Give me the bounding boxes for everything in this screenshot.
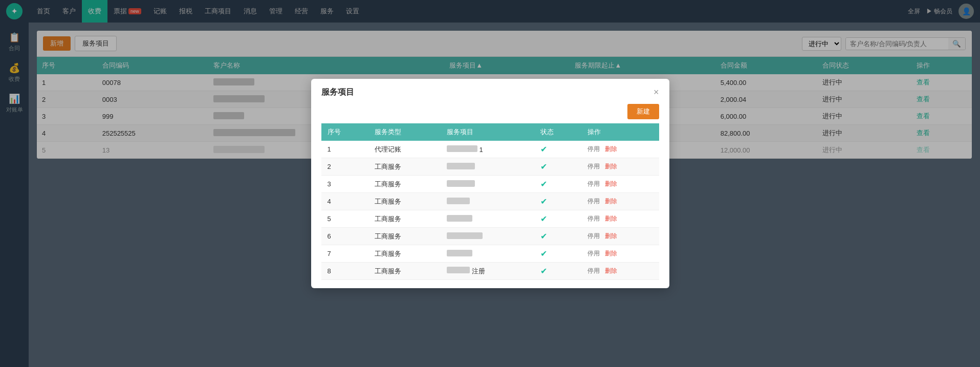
modal-cell-type: 工商服务 <box>368 263 441 280</box>
modal-cell-type: 工商服务 <box>368 158 441 176</box>
modal-cell-type: 代理记账 <box>368 141 441 158</box>
modal-table: 序号 服务类型 服务项目 状态 操作 1 代理记账 1 <box>321 123 659 280</box>
stop-button[interactable]: 停用 <box>587 163 600 170</box>
modal-cell-action: 停用 删除 <box>581 210 659 228</box>
modal-cell-seq: 2 <box>321 158 369 176</box>
stop-button[interactable]: 停用 <box>587 250 600 257</box>
modal-cell-status: ✔ <box>534 158 582 176</box>
delete-button[interactable]: 删除 <box>605 267 617 274</box>
modal-col-item: 服务项目 <box>441 123 534 141</box>
modal-cell-seq: 4 <box>321 193 369 210</box>
delete-button[interactable]: 删除 <box>605 250 617 257</box>
modal-cell-status: ✔ <box>534 210 582 228</box>
modal-table-row: 3 工商服务 ✔ 停用 删除 <box>321 176 659 193</box>
modal-cell-item <box>441 228 534 245</box>
modal-cell-type: 工商服务 <box>368 210 441 228</box>
delete-button[interactable]: 删除 <box>605 232 617 240</box>
modal-table-row: 6 工商服务 ✔ 停用 删除 <box>321 228 659 245</box>
stop-button[interactable]: 停用 <box>587 145 600 153</box>
modal-cell-seq: 6 <box>321 228 369 245</box>
modal-cell-seq: 5 <box>321 210 369 228</box>
modal-cell-seq: 3 <box>321 176 369 193</box>
modal-col-action: 操作 <box>581 123 659 141</box>
modal-cell-seq: 1 <box>321 141 369 158</box>
modal-toolbar: 新建 <box>311 102 669 123</box>
modal-cell-item <box>441 176 534 193</box>
modal-table-row: 2 工商服务 ✔ 停用 删除 <box>321 158 659 176</box>
delete-button[interactable]: 删除 <box>605 198 617 205</box>
modal-cell-status: ✔ <box>534 263 582 280</box>
content-area: 新增 服务项目 全部 进行中 已终止 🔍 序号 合同编码 <box>29 23 980 367</box>
modal-cell-type: 工商服务 <box>368 245 441 263</box>
modal-table-row: 4 工商服务 ✔ 停用 删除 <box>321 193 659 210</box>
modal-overlay: 服务项目 × 新建 序号 服务类型 服务项目 状态 <box>29 23 980 367</box>
modal-cell-type: 工商服务 <box>368 193 441 210</box>
modal-cell-item <box>441 210 534 228</box>
modal-cell-status: ✔ <box>534 245 582 263</box>
modal-cell-type: 工商服务 <box>368 176 441 193</box>
modal-table-row: 8 工商服务 注册 ✔ 停用 删除 <box>321 263 659 280</box>
delete-button[interactable]: 删除 <box>605 163 617 170</box>
modal-cell-item <box>441 158 534 176</box>
modal-cell-action: 停用 删除 <box>581 141 659 158</box>
modal-table-row: 7 工商服务 ✔ 停用 删除 <box>321 245 659 263</box>
modal-col-seq: 序号 <box>321 123 369 141</box>
modal-col-type: 服务类型 <box>368 123 441 141</box>
delete-button[interactable]: 删除 <box>605 215 617 222</box>
modal-cell-status: ✔ <box>534 176 582 193</box>
modal-cell-action: 停用 删除 <box>581 193 659 210</box>
modal-cell-seq: 8 <box>321 263 369 280</box>
modal-cell-action: 停用 删除 <box>581 263 659 280</box>
main-layout: 📋 合同 💰 收费 📊 对账单 新增 服务项目 全部 进行中 已终止 <box>0 23 980 367</box>
modal-cell-type: 工商服务 <box>368 228 441 245</box>
modal-col-status: 状态 <box>534 123 582 141</box>
modal-new-button[interactable]: 新建 <box>627 104 659 119</box>
delete-button[interactable]: 删除 <box>605 180 617 187</box>
modal-cell-action: 停用 删除 <box>581 228 659 245</box>
modal-close-button[interactable]: × <box>654 87 659 98</box>
modal-title: 服务项目 <box>321 87 354 98</box>
modal-cell-status: ✔ <box>534 141 582 158</box>
stop-button[interactable]: 停用 <box>587 215 600 222</box>
stop-button[interactable]: 停用 <box>587 232 600 240</box>
stop-button[interactable]: 停用 <box>587 267 600 274</box>
modal-cell-item <box>441 193 534 210</box>
modal-header: 服务项目 × <box>311 79 669 102</box>
modal-cell-seq: 7 <box>321 245 369 263</box>
service-modal: 服务项目 × 新建 序号 服务类型 服务项目 状态 <box>311 79 669 288</box>
modal-table-row: 1 代理记账 1 ✔ 停用 删除 <box>321 141 659 158</box>
modal-cell-action: 停用 删除 <box>581 245 659 263</box>
modal-cell-item: 注册 <box>441 263 534 280</box>
delete-button[interactable]: 删除 <box>605 145 617 153</box>
stop-button[interactable]: 停用 <box>587 180 600 187</box>
stop-button[interactable]: 停用 <box>587 198 600 205</box>
modal-table-row: 5 工商服务 ✔ 停用 删除 <box>321 210 659 228</box>
modal-cell-status: ✔ <box>534 193 582 210</box>
modal-cell-action: 停用 删除 <box>581 158 659 176</box>
modal-cell-item: 1 <box>441 141 534 158</box>
modal-cell-status: ✔ <box>534 228 582 245</box>
modal-table-wrap: 序号 服务类型 服务项目 状态 操作 1 代理记账 1 <box>311 123 669 288</box>
modal-cell-action: 停用 删除 <box>581 176 659 193</box>
modal-cell-item <box>441 245 534 263</box>
